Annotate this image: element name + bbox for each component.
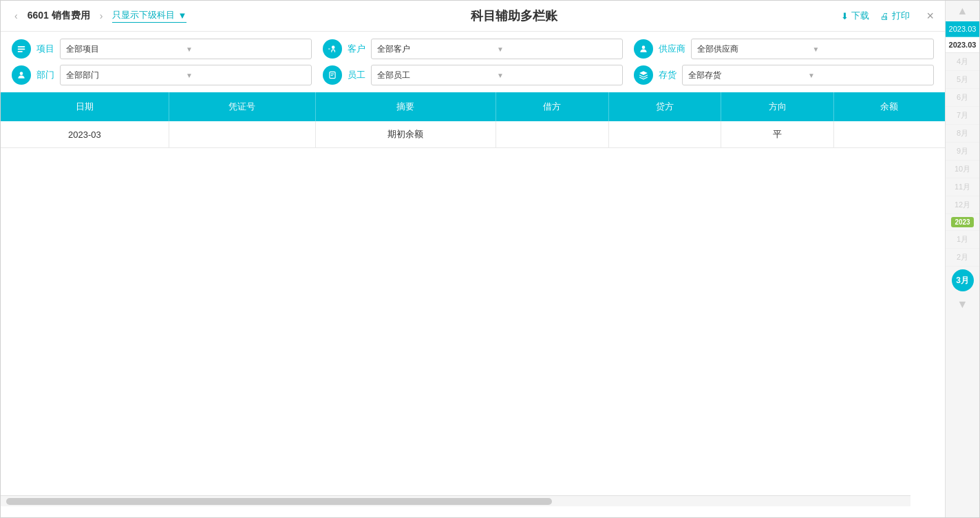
show-sublevel-label: 只显示下级科目	[112, 9, 175, 21]
supplier-select[interactable]: 全部供应商 ▼	[691, 39, 934, 59]
sidebar-period-2023-03-header[interactable]: 2023.03	[946, 21, 979, 37]
customer-icon	[323, 39, 342, 59]
filter-row-department: 部门 全部部门 ▼	[12, 65, 312, 85]
year-badge-container: 2023	[946, 214, 979, 231]
cell-balance	[833, 121, 945, 148]
table-row[interactable]: 2023-03 期初余额 平	[1, 121, 945, 148]
sidebar-month-2[interactable]: 2月	[946, 249, 979, 267]
department-label: 部门	[36, 69, 54, 81]
sidebar-month-10[interactable]: 10月	[946, 160, 979, 178]
department-dropdown-arrow: ▼	[186, 72, 306, 79]
print-button[interactable]: 🖨 打印	[880, 10, 910, 22]
filter-area: 项目 全部项目 ▼ 客户 全部客户 ▼	[1, 32, 945, 92]
supplier-label: 供应商	[659, 43, 685, 55]
sidebar-month-8[interactable]: 8月	[946, 125, 979, 143]
top-actions: ⬇ 下载 🖨 打印 ×	[841, 9, 934, 23]
inventory-select[interactable]: 全部存货 ▼	[682, 65, 934, 85]
year-badge-2023: 2023	[951, 217, 973, 227]
sidebar-month-3-active[interactable]: 3月	[952, 269, 974, 291]
col-balance: 余额	[833, 92, 945, 121]
svg-rect-0	[18, 46, 25, 48]
sidebar-month-6[interactable]: 6月	[946, 89, 979, 107]
print-label: 打印	[892, 10, 910, 22]
svg-rect-1	[18, 48, 25, 50]
download-icon: ⬇	[841, 11, 849, 21]
col-summary: 摘要	[315, 92, 496, 121]
right-sidebar: ▲ 2023.03 2023.03 4月 5月 6月 7月 8月 9月 10月 …	[945, 1, 979, 517]
ledger-table-container: 日期 凭证号 摘要 借方 贷方 方向 余额 2023-03 期初余额 平	[1, 92, 945, 148]
top-bar: ‹ 6601 销售费用 › 只显示下级科目 ▼ 科目辅助多栏账 ⬇ 下载 🖨 打…	[1, 1, 945, 32]
department-icon	[12, 65, 31, 85]
svg-point-4	[642, 45, 646, 49]
main-window: ‹ 6601 销售费用 › 只显示下级科目 ▼ 科目辅助多栏账 ⬇ 下载 🖨 打…	[0, 0, 980, 518]
sidebar-period-2023-03[interactable]: 2023.03	[946, 37, 979, 53]
department-select[interactable]: 全部部门 ▼	[60, 65, 312, 85]
close-button[interactable]: ×	[926, 9, 934, 23]
project-icon	[12, 39, 31, 59]
cell-date: 2023-03	[1, 121, 169, 148]
sidebar-active-month-container: 3月	[946, 267, 979, 294]
account-code: 6601 销售费用	[28, 10, 90, 22]
customer-select[interactable]: 全部客户 ▼	[371, 39, 623, 59]
project-label: 项目	[36, 43, 54, 55]
scroll-thumb[interactable]	[6, 498, 552, 505]
inventory-dropdown-arrow: ▼	[808, 72, 928, 79]
filter-row-employee: 员工 全部员工 ▼	[323, 65, 623, 85]
filter-row-customer: 客户 全部客户 ▼	[323, 39, 623, 59]
inventory-icon	[634, 65, 653, 85]
sidebar-month-5[interactable]: 5月	[946, 71, 979, 89]
employee-select[interactable]: 全部员工 ▼	[371, 65, 623, 85]
col-direction: 方向	[721, 92, 834, 121]
supplier-icon	[634, 39, 653, 59]
employee-label: 员工	[348, 69, 365, 81]
sidebar-month-11[interactable]: 11月	[946, 178, 979, 196]
svg-point-5	[20, 72, 23, 75]
table-header-row: 日期 凭证号 摘要 借方 贷方 方向 余额	[1, 92, 945, 121]
inventory-select-value: 全部存货	[688, 70, 808, 81]
filter-row-project: 项目 全部项目 ▼	[12, 39, 312, 59]
department-select-value: 全部部门	[66, 70, 186, 81]
sidebar-down-arrow[interactable]: ▼	[953, 294, 972, 315]
sidebar-month-7[interactable]: 7月	[946, 107, 979, 125]
customer-select-value: 全部客户	[377, 43, 497, 55]
svg-point-3	[332, 45, 335, 49]
supplier-dropdown-arrow: ▼	[813, 45, 928, 53]
cell-credit	[608, 121, 721, 148]
cell-direction: 平	[721, 121, 834, 148]
main-content-area: ‹ 6601 销售费用 › 只显示下级科目 ▼ 科目辅助多栏账 ⬇ 下载 🖨 打…	[1, 1, 945, 506]
page-title: 科目辅助多栏账	[193, 8, 834, 24]
col-debit: 借方	[496, 92, 609, 121]
filter-row-inventory: 存货 全部存货 ▼	[634, 65, 934, 85]
svg-rect-8	[331, 75, 333, 76]
cell-debit	[496, 121, 609, 148]
svg-rect-2	[18, 51, 23, 52]
next-arrow[interactable]: ›	[97, 9, 106, 23]
download-button[interactable]: ⬇ 下载	[841, 10, 869, 22]
customer-dropdown-arrow: ▼	[497, 45, 617, 53]
filter-row-supplier: 供应商 全部供应商 ▼	[634, 39, 934, 59]
inventory-label: 存货	[659, 69, 677, 81]
sidebar-month-1[interactable]: 1月	[946, 231, 979, 249]
horizontal-scrollbar[interactable]	[1, 495, 910, 506]
col-credit: 贷方	[608, 92, 721, 121]
project-select-value: 全部项目	[66, 43, 186, 55]
cell-summary: 期初余额	[315, 121, 496, 148]
prev-arrow[interactable]: ‹	[12, 9, 21, 23]
project-dropdown-arrow: ▼	[186, 45, 306, 53]
employee-select-value: 全部员工	[377, 70, 497, 81]
sidebar-month-9[interactable]: 9月	[946, 143, 979, 160]
svg-rect-7	[331, 74, 334, 74]
employee-icon	[323, 65, 342, 85]
employee-dropdown-arrow: ▼	[497, 72, 617, 79]
show-sublevel-toggle[interactable]: 只显示下级科目 ▼	[112, 9, 187, 23]
col-voucher: 凭证号	[169, 92, 315, 121]
sublevel-dropdown-arrow: ▼	[178, 10, 187, 21]
sidebar-up-arrow[interactable]: ▲	[953, 1, 972, 21]
project-select[interactable]: 全部项目 ▼	[60, 39, 312, 59]
cell-voucher	[169, 121, 315, 148]
supplier-select-value: 全部供应商	[697, 43, 813, 55]
sidebar-month-12[interactable]: 12月	[946, 196, 979, 214]
print-icon: 🖨	[880, 11, 889, 21]
sidebar-month-4[interactable]: 4月	[946, 53, 979, 71]
col-date: 日期	[1, 92, 169, 121]
